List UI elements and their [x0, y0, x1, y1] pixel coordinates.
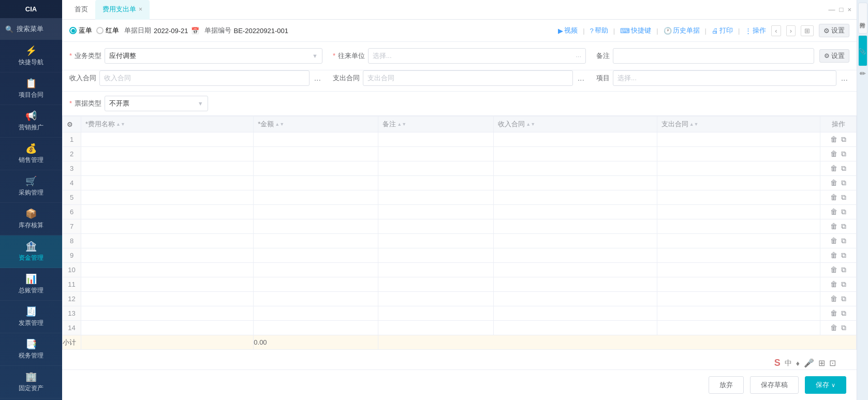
cell-expense-name[interactable] [81, 219, 254, 234]
cell-expense-contract[interactable] [657, 277, 820, 292]
copy-row-button[interactable]: ⧉ [840, 149, 847, 159]
cell-remark[interactable] [378, 147, 494, 161]
remark-input[interactable] [613, 48, 814, 64]
discard-button[interactable]: 放弃 [709, 376, 744, 394]
grid-view-icon[interactable]: ⊞ [801, 25, 814, 36]
delete-row-button[interactable]: 🗑 [829, 235, 838, 246]
cell-expense-name[interactable] [81, 161, 254, 176]
cell-expense-name[interactable] [81, 190, 254, 205]
delete-row-button[interactable]: 🗑 [829, 134, 838, 144]
cell-expense-contract[interactable] [657, 190, 820, 205]
radio-blue[interactable]: 蓝单 [69, 26, 92, 35]
invoice-type-select[interactable]: 不开票 ▼ [105, 96, 208, 111]
action-video[interactable]: ▶ 视频 [558, 26, 578, 35]
th-remark[interactable]: 备注 ▲▼ [378, 116, 494, 132]
sidebar-search[interactable]: 🔍 搜索菜单 [0, 18, 62, 40]
cell-remark[interactable] [378, 306, 494, 321]
sidebar-item-inventory[interactable]: 📦 库存核算 [0, 203, 62, 235]
cell-income-contract[interactable] [494, 306, 657, 321]
delete-row-button[interactable]: 🗑 [829, 163, 838, 173]
sidebar-item-marketing[interactable]: 📢 营销推广 [0, 105, 62, 138]
number-value[interactable]: BE-20220921-001 [234, 27, 289, 35]
cell-income-contract[interactable] [494, 219, 657, 234]
remark-settings-btn[interactable]: ⚙ 设置 [819, 49, 849, 63]
cell-remark[interactable] [378, 248, 494, 263]
copy-row-button[interactable]: ⧉ [840, 322, 847, 333]
cell-expense-contract[interactable] [657, 132, 820, 147]
sidebar-item-fixed-assets[interactable]: 🏢 固定资产 [0, 366, 62, 398]
cell-remark[interactable] [378, 292, 494, 306]
delete-row-button[interactable]: 🗑 [829, 177, 838, 188]
cell-remark[interactable] [378, 132, 494, 147]
project-select[interactable]: 选择... [613, 70, 836, 86]
cell-income-contract[interactable] [494, 190, 657, 205]
copy-row-button[interactable]: ⧉ [840, 235, 847, 246]
cell-expense-name[interactable] [81, 176, 254, 190]
date-value[interactable]: 2022-09-21 [154, 27, 188, 35]
cell-income-contract[interactable] [494, 248, 657, 263]
cell-expense-name[interactable] [81, 147, 254, 161]
cell-expense-name[interactable] [81, 132, 254, 147]
copy-row-button[interactable]: ⧉ [840, 163, 847, 174]
copy-row-button[interactable]: ⧉ [840, 293, 847, 304]
expense-contract-select[interactable]: 支出合同 [363, 70, 573, 86]
cell-income-contract[interactable] [494, 147, 657, 161]
cell-expense-contract[interactable] [657, 292, 820, 306]
sidebar-item-capital[interactable]: 🏦 资金管理 [0, 235, 62, 268]
project-dots[interactable]: ... [840, 73, 849, 83]
cell-remark[interactable] [378, 234, 494, 248]
cell-remark[interactable] [378, 321, 494, 335]
copy-row-button[interactable]: ⧉ [840, 134, 847, 145]
cell-amount[interactable] [254, 176, 378, 190]
cell-expense-contract[interactable] [657, 147, 820, 161]
tab-expense[interactable]: 费用支出单 × [95, 0, 150, 20]
cell-remark[interactable] [378, 190, 494, 205]
cell-remark[interactable] [378, 176, 494, 190]
delete-row-button[interactable]: 🗑 [829, 250, 838, 260]
cell-expense-name[interactable] [81, 205, 254, 219]
cell-expense-name[interactable] [81, 306, 254, 321]
cell-remark[interactable] [378, 263, 494, 277]
cell-amount[interactable] [254, 234, 378, 248]
delete-row-button[interactable]: 🗑 [829, 308, 838, 318]
cell-amount[interactable] [254, 263, 378, 277]
right-tab-icon1[interactable]: ✏ [860, 69, 866, 78]
window-minimize-btn[interactable]: — [829, 6, 835, 13]
income-contract-dots[interactable]: ... [313, 73, 322, 83]
right-tab-active[interactable]: 📎 [858, 35, 867, 66]
delete-row-button[interactable]: 🗑 [829, 322, 838, 333]
th-gear[interactable]: ⚙ [63, 116, 81, 132]
sidebar-item-sales[interactable]: 💰 销售管理 [0, 138, 62, 170]
partner-select[interactable]: 选择... ··· [368, 48, 586, 64]
sidebar-item-accounting[interactable]: 📊 总账管理 [0, 268, 62, 301]
action-history[interactable]: 🕐 历史单据 [664, 26, 700, 35]
cell-amount[interactable] [254, 248, 378, 263]
cell-income-contract[interactable] [494, 234, 657, 248]
delete-row-button[interactable]: 🗑 [829, 192, 838, 202]
action-print[interactable]: 🖨 打印 [712, 26, 733, 35]
settings-button[interactable]: ⚙ 设置 [819, 24, 849, 37]
action-operations[interactable]: ⋮ 操作 [745, 26, 766, 35]
cell-amount[interactable] [254, 292, 378, 306]
cell-income-contract[interactable] [494, 263, 657, 277]
cell-amount[interactable] [254, 277, 378, 292]
cell-expense-name[interactable] [81, 263, 254, 277]
copy-row-button[interactable]: ⧉ [840, 279, 847, 290]
radio-red[interactable]: 红单 [96, 26, 119, 35]
cell-expense-contract[interactable] [657, 321, 820, 335]
window-maximize-btn[interactable]: □ [840, 6, 844, 13]
cell-remark[interactable] [378, 161, 494, 176]
cell-expense-contract[interactable] [657, 176, 820, 190]
action-help[interactable]: ? 帮助 [590, 26, 608, 35]
th-income-contract[interactable]: 收入合同 ▲▼ [494, 116, 657, 132]
cell-expense-name[interactable] [81, 321, 254, 335]
sidebar-item-tax[interactable]: 📑 税务管理 [0, 333, 62, 366]
gear-icon[interactable]: ⚙ [67, 121, 73, 128]
copy-row-button[interactable]: ⧉ [840, 308, 847, 319]
tab-close-icon[interactable]: × [139, 6, 142, 13]
cell-income-contract[interactable] [494, 205, 657, 219]
cell-amount[interactable] [254, 147, 378, 161]
delete-row-button[interactable]: 🗑 [829, 221, 838, 231]
th-expense-name[interactable]: *费用名称 ▲▼ [81, 116, 254, 132]
nav-prev-btn[interactable]: ‹ [771, 25, 781, 36]
